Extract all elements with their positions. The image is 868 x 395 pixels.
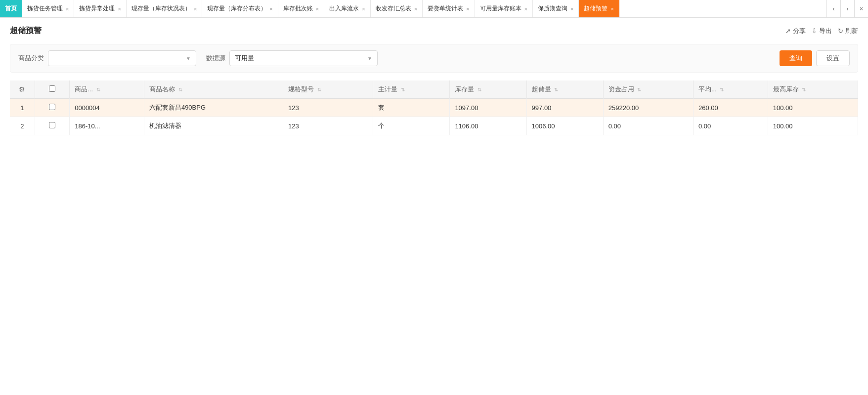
nav-tab-overstock-close[interactable]: ×: [610, 6, 613, 12]
row-num-cell: 1: [10, 99, 35, 117]
max-stock-cell: 100.00: [768, 99, 858, 117]
col-capital-label: 资金占用: [608, 85, 634, 93]
max-stock-cell: 100.00: [768, 117, 858, 135]
sort-unit-icon: ⇅: [401, 87, 405, 92]
top-nav: 首页 拣货任务管理 × 拣货异常处理 × 现存量（库存状况表） × 现存量（库存…: [0, 0, 868, 18]
share-label: 分享: [793, 27, 806, 36]
col-max-stock[interactable]: 最高库存 ⇅: [768, 80, 858, 99]
data-table: ⚙ 商品... ⇅ 商品名称 ⇅ 规格型号 ⇅ 主计量: [10, 80, 858, 135]
gear-icon[interactable]: ⚙: [19, 85, 25, 93]
avg-cell: 0.00: [693, 117, 768, 135]
nav-tab-available-close[interactable]: ×: [524, 6, 527, 12]
nav-tab-task-close[interactable]: ×: [66, 6, 69, 12]
col-settings[interactable]: ⚙: [10, 80, 35, 99]
nav-tab-stock-status-close[interactable]: ×: [194, 6, 197, 12]
nav-tab-abnormal-label: 拣货异常处理: [79, 4, 115, 13]
col-avg[interactable]: 平均... ⇅: [693, 80, 768, 99]
refresh-icon: ↻: [838, 27, 843, 35]
filter-group-datasource: 数据源 可用量 ▼: [206, 50, 378, 66]
sort-product-code-icon: ⇅: [96, 87, 100, 92]
product-name-cell: 六配套新昌490BPG: [144, 99, 283, 117]
sort-spec-icon: ⇅: [317, 87, 321, 92]
col-stock-qty-label: 库存量: [455, 85, 474, 93]
col-spec[interactable]: 规格型号 ⇅: [283, 80, 373, 99]
row-select-cell[interactable]: [35, 117, 70, 135]
nav-tab-order-stat[interactable]: 要货单统计表 ×: [423, 0, 475, 18]
refresh-button[interactable]: ↻ 刷新: [838, 27, 858, 36]
nav-tab-collect[interactable]: 收发存汇总表 ×: [371, 0, 423, 18]
nav-tab-expiry-close[interactable]: ×: [570, 6, 573, 12]
nav-tab-collect-close[interactable]: ×: [414, 6, 417, 12]
filter-bar: 商品分类 ▼ 数据源 可用量 ▼ 查询 设置: [10, 44, 858, 73]
nav-arrows: ‹ › ×: [826, 0, 868, 18]
nav-tab-stock-dist[interactable]: 现存量（库存分布表） ×: [202, 0, 278, 18]
nav-arrow-left[interactable]: ‹: [826, 0, 840, 18]
refresh-label: 刷新: [845, 27, 858, 36]
overstock-qty-cell: 997.00: [526, 99, 603, 117]
sort-stock-qty-icon: ⇅: [477, 87, 481, 92]
col-overstock-qty-label: 超储量: [532, 85, 551, 93]
col-unit-label: 主计量: [378, 85, 397, 93]
nav-tab-home[interactable]: 首页: [0, 0, 22, 18]
nav-tab-home-label: 首页: [5, 4, 17, 13]
nav-tab-batch[interactable]: 库存批次账 ×: [278, 0, 324, 18]
overstock-qty-cell: 1006.00: [526, 117, 603, 135]
stock-qty-cell: 1106.00: [450, 117, 526, 135]
nav-tab-batch-close[interactable]: ×: [316, 6, 319, 12]
category-select[interactable]: ▼: [48, 50, 196, 66]
sort-product-name-icon: ⇅: [178, 87, 182, 92]
nav-tab-overstock-label: 超储预警: [584, 4, 608, 13]
share-button[interactable]: ➚ 分享: [785, 27, 806, 36]
filter-actions: 查询 设置: [780, 50, 850, 66]
row-checkbox[interactable]: [49, 104, 55, 110]
nav-tab-collect-label: 收发存汇总表: [376, 4, 411, 13]
nav-arrow-close[interactable]: ×: [854, 0, 868, 18]
col-stock-qty[interactable]: 库存量 ⇅: [450, 80, 526, 99]
query-button[interactable]: 查询: [780, 50, 812, 66]
export-button[interactable]: ⇩ 导出: [812, 27, 832, 36]
nav-tab-abnormal-close[interactable]: ×: [118, 6, 121, 12]
stock-qty-cell: 1097.00: [450, 99, 526, 117]
nav-tab-abnormal[interactable]: 拣货异常处理 ×: [74, 0, 126, 18]
datasource-select[interactable]: 可用量 ▼: [229, 50, 378, 66]
nav-tab-task-label: 拣货任务管理: [27, 4, 63, 13]
sort-overstock-qty-icon: ⇅: [554, 87, 558, 92]
col-unit[interactable]: 主计量 ⇅: [373, 80, 450, 99]
nav-tab-overstock[interactable]: 超储预警 ×: [579, 0, 619, 18]
nav-tab-order-stat-label: 要货单统计表: [428, 4, 463, 13]
nav-tab-available[interactable]: 可用量库存账本 ×: [475, 0, 533, 18]
nav-tab-stock-dist-close[interactable]: ×: [269, 6, 272, 12]
product-code-cell: 0000004: [70, 99, 144, 117]
col-overstock-qty[interactable]: 超储量 ⇅: [526, 80, 603, 99]
nav-tab-inout-close[interactable]: ×: [362, 6, 365, 12]
page-header: 超储预警 ➚ 分享 ⇩ 导出 ↻ 刷新: [10, 26, 858, 36]
capital-cell: 259220.00: [603, 99, 693, 117]
export-icon: ⇩: [812, 27, 817, 35]
datasource-chevron-icon: ▼: [367, 56, 372, 61]
col-capital[interactable]: 资金占用 ⇅: [603, 80, 693, 99]
nav-tab-stock-status-label: 现存量（库存状况表）: [131, 4, 191, 13]
nav-tab-expiry-label: 保质期查询: [538, 4, 567, 13]
nav-tab-inout-label: 出入库流水: [329, 4, 359, 13]
settings-button[interactable]: 设置: [816, 50, 850, 66]
share-icon: ➚: [785, 27, 791, 35]
product-name-cell: 机油滤清器: [144, 117, 283, 135]
page-content: 超储预警 ➚ 分享 ⇩ 导出 ↻ 刷新 商品分类 ▼ 数据源: [0, 18, 868, 395]
col-product-name[interactable]: 商品名称 ⇅: [144, 80, 283, 99]
export-label: 导出: [819, 27, 832, 36]
row-checkbox[interactable]: [49, 122, 55, 128]
col-select[interactable]: [35, 80, 70, 99]
nav-tab-expiry[interactable]: 保质期查询 ×: [533, 0, 579, 18]
nav-tab-inout[interactable]: 出入库流水 ×: [324, 0, 370, 18]
nav-tab-task[interactable]: 拣货任务管理 ×: [22, 0, 74, 18]
row-select-cell[interactable]: [35, 99, 70, 117]
select-all-checkbox[interactable]: [49, 85, 55, 92]
col-product-code[interactable]: 商品... ⇅: [70, 80, 144, 99]
nav-tab-order-stat-close[interactable]: ×: [466, 6, 469, 12]
category-chevron-icon: ▼: [186, 56, 191, 61]
col-avg-label: 平均...: [698, 85, 717, 93]
nav-arrow-right[interactable]: ›: [840, 0, 854, 18]
table-header: ⚙ 商品... ⇅ 商品名称 ⇅ 规格型号 ⇅ 主计量: [10, 80, 858, 99]
nav-tab-stock-status[interactable]: 现存量（库存状况表） ×: [127, 0, 202, 18]
row-num-cell: 2: [10, 117, 35, 135]
